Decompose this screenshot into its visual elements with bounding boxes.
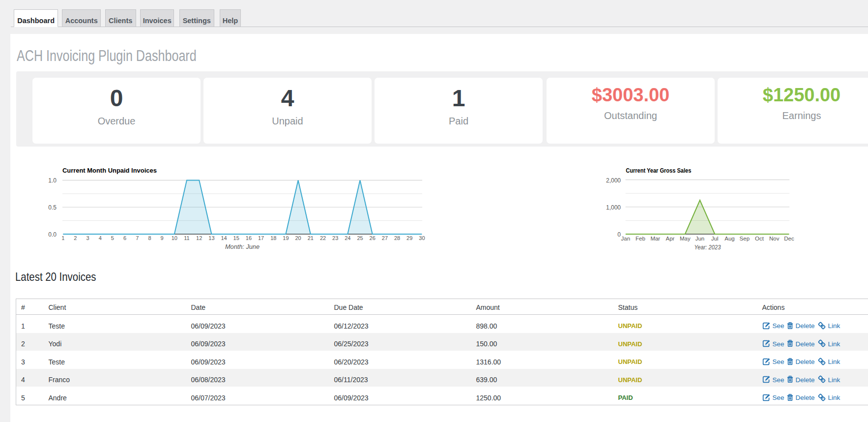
svg-text:13: 13 xyxy=(208,235,214,241)
svg-text:Aug: Aug xyxy=(724,236,734,241)
svg-text:0.0: 0.0 xyxy=(48,231,57,238)
svg-text:9: 9 xyxy=(161,235,164,241)
svg-text:Dec: Dec xyxy=(784,236,794,241)
svg-text:12: 12 xyxy=(196,235,202,241)
svg-text:19: 19 xyxy=(283,235,289,241)
svg-text:Feb: Feb xyxy=(636,236,645,241)
svg-text:11: 11 xyxy=(184,235,189,241)
svg-text:24: 24 xyxy=(345,235,350,241)
svg-text:7: 7 xyxy=(136,235,139,241)
svg-text:0.5: 0.5 xyxy=(48,204,57,211)
svg-text:28: 28 xyxy=(394,235,400,241)
svg-text:Apr: Apr xyxy=(666,236,675,241)
svg-text:6: 6 xyxy=(123,235,126,241)
svg-text:Jan: Jan xyxy=(621,236,631,241)
svg-text:8: 8 xyxy=(148,235,151,241)
svg-text:1: 1 xyxy=(61,235,64,241)
svg-text:2: 2 xyxy=(74,235,77,241)
svg-text:2,000: 2,000 xyxy=(606,177,621,184)
svg-text:Mar: Mar xyxy=(650,236,660,241)
svg-text:26: 26 xyxy=(370,235,376,241)
svg-text:Jul: Jul xyxy=(711,236,719,241)
svg-text:21: 21 xyxy=(308,235,314,241)
svg-text:Jun: Jun xyxy=(695,236,705,241)
svg-text:Year: 2023: Year: 2023 xyxy=(694,243,721,251)
svg-text:29: 29 xyxy=(406,235,412,241)
svg-text:22: 22 xyxy=(320,235,326,241)
svg-text:0: 0 xyxy=(617,231,621,238)
svg-text:Sep: Sep xyxy=(740,236,750,241)
svg-text:5: 5 xyxy=(111,235,114,241)
svg-text:3: 3 xyxy=(87,235,89,241)
svg-text:1,000: 1,000 xyxy=(606,204,621,211)
svg-text:17: 17 xyxy=(258,235,264,241)
svg-text:1.0: 1.0 xyxy=(48,177,57,184)
svg-text:18: 18 xyxy=(270,235,276,241)
svg-text:16: 16 xyxy=(246,235,252,241)
svg-text:25: 25 xyxy=(357,235,363,241)
svg-text:May: May xyxy=(680,236,691,241)
svg-text:Current Month Unpaid Invoices: Current Month Unpaid Invoices xyxy=(62,167,157,174)
svg-text:Month: June: Month: June xyxy=(225,243,260,250)
svg-text:27: 27 xyxy=(382,235,388,241)
svg-text:14: 14 xyxy=(221,235,227,241)
svg-text:Current Year Gross Sales: Current Year Gross Sales xyxy=(626,167,691,174)
svg-text:4: 4 xyxy=(99,235,102,241)
svg-text:23: 23 xyxy=(332,235,338,241)
svg-text:Oct: Oct xyxy=(755,236,764,241)
svg-text:Nov: Nov xyxy=(769,236,780,241)
svg-text:20: 20 xyxy=(295,235,301,241)
svg-text:15: 15 xyxy=(233,235,239,241)
svg-text:30: 30 xyxy=(419,235,425,241)
svg-text:10: 10 xyxy=(172,235,177,241)
